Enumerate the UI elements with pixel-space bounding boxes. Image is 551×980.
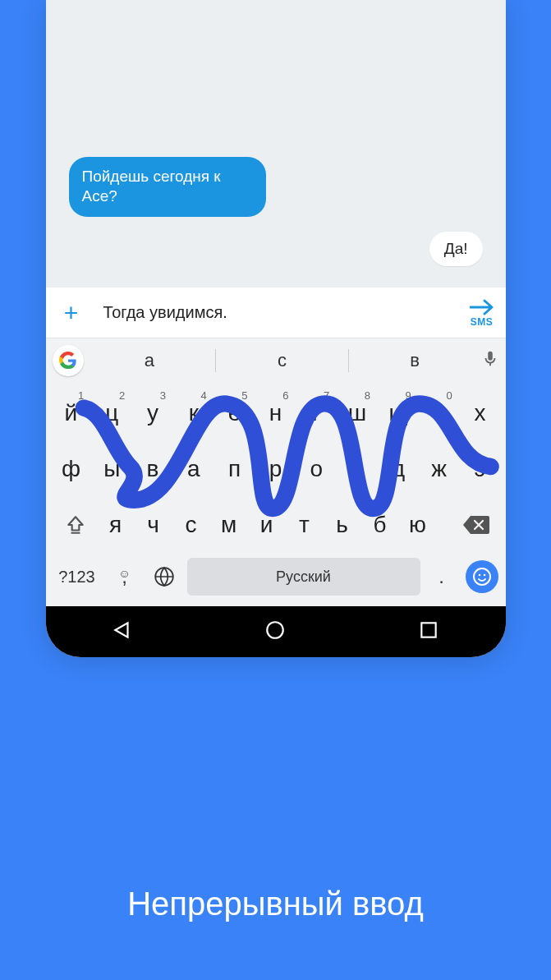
svg-rect-5 [421, 623, 435, 637]
android-navbar [46, 606, 506, 657]
key-с[interactable]: с [173, 499, 209, 550]
key-щ[interactable]: 9щ [379, 388, 418, 439]
svg-point-1 [474, 568, 490, 585]
suggestion-3[interactable]: в [349, 350, 481, 371]
suggestion-row: а с в [46, 338, 506, 383]
google-icon[interactable] [53, 345, 84, 376]
key-л[interactable]: л [337, 444, 377, 495]
language-key[interactable] [146, 566, 182, 587]
key-т[interactable]: т [287, 499, 323, 550]
keyboard: а с в 1й2ц3у4к5е6н7г8ш9щ0зх фывапролджэ … [46, 338, 506, 606]
compose-bar: + Тогда увидимся. SMS [46, 288, 506, 338]
key-г[interactable]: 7г [296, 388, 336, 439]
comma-key[interactable]: ☺ , [108, 565, 141, 588]
key-н[interactable]: 6н [256, 388, 296, 439]
back-button[interactable] [112, 619, 133, 644]
key-ж[interactable]: ж [420, 444, 459, 495]
key-ш[interactable]: 8ш [337, 388, 377, 439]
key-ы[interactable]: ы [92, 444, 131, 495]
key-б[interactable]: б [362, 499, 398, 550]
key-ю[interactable]: ю [400, 499, 436, 550]
message-incoming: Да! [429, 232, 483, 266]
key-э[interactable]: э [461, 444, 500, 495]
key-й[interactable]: 1й [52, 388, 91, 439]
suggestion-2[interactable]: с [216, 350, 348, 371]
svg-point-2 [478, 574, 480, 577]
compose-input[interactable]: Тогда увидимся. [85, 303, 470, 322]
key-и[interactable]: и [249, 499, 285, 550]
smiley-icon [472, 567, 492, 587]
key-а[interactable]: а [174, 444, 214, 495]
key-ф[interactable]: ф [52, 444, 91, 495]
recents-button[interactable] [418, 619, 439, 644]
key-у[interactable]: 3у [133, 388, 172, 439]
svg-point-3 [483, 574, 485, 577]
period-key[interactable]: . [425, 565, 458, 588]
phone-frame: Пойдешь сегодня к Асе? Да! + Тогда увиди… [46, 0, 506, 657]
promo-caption: Непрерывный ввод [0, 886, 551, 922]
send-button[interactable]: SMS [470, 298, 494, 328]
shift-key[interactable] [54, 499, 97, 550]
key-д[interactable]: д [379, 444, 418, 495]
key-ч[interactable]: ч [135, 499, 172, 550]
emoji-key[interactable] [463, 560, 501, 593]
key-в[interactable]: в [133, 444, 172, 495]
attach-button[interactable]: + [57, 299, 85, 327]
send-label: SMS [471, 316, 494, 328]
key-к[interactable]: 4к [174, 388, 214, 439]
key-ь[interactable]: ь [324, 499, 360, 550]
mic-button[interactable] [481, 350, 499, 371]
key-х[interactable]: х [461, 388, 500, 439]
suggestion-1[interactable]: а [84, 350, 216, 371]
svg-point-4 [268, 622, 284, 638]
key-я[interactable]: я [98, 499, 134, 550]
chat-area: Пойдешь сегодня к Асе? Да! [46, 0, 506, 288]
emoji-hint-icon: ☺ [118, 567, 130, 580]
key-п[interactable]: п [215, 444, 255, 495]
space-key[interactable]: Русский [187, 558, 420, 596]
send-icon [470, 298, 494, 316]
key-ц[interactable]: 2ц [92, 388, 131, 439]
key-м[interactable]: м [211, 499, 247, 550]
message-outgoing: Пойдешь сегодня к Асе? [69, 157, 266, 217]
key-е[interactable]: 5е [215, 388, 255, 439]
key-р[interactable]: р [256, 444, 296, 495]
bottom-row: ?123 ☺ , Русский . [46, 555, 506, 606]
backspace-key[interactable] [455, 499, 498, 550]
home-button[interactable] [264, 619, 286, 644]
symbols-key[interactable]: ?123 [51, 568, 103, 587]
key-grid: 1й2ц3у4к5е6н7г8ш9щ0зх фывапролджэ ячсмит… [46, 383, 506, 550]
key-о[interactable]: о [296, 444, 336, 495]
key-з[interactable]: 0з [420, 388, 459, 439]
